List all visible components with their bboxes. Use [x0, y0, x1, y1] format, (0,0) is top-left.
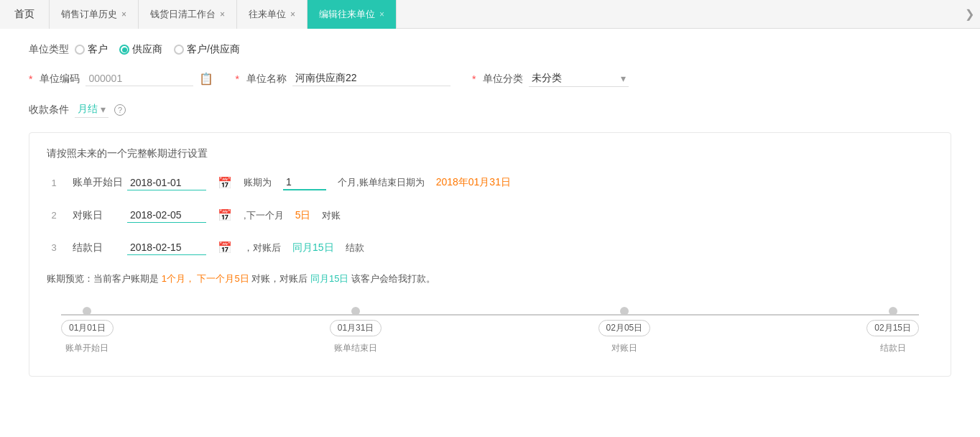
reconcile-prefix: ,下一个月: [244, 209, 284, 222]
radio-customer[interactable]: 客户: [75, 43, 108, 56]
unit-category-value: 未分类: [532, 72, 618, 85]
reconcile-highlight: 5日: [295, 209, 311, 222]
payment-calendar-icon[interactable]: 📅: [218, 241, 232, 254]
preview-reconcile: 下一个月5日: [197, 273, 249, 284]
tab-bar-expand[interactable]: ❯: [965, 7, 980, 21]
payment-terms-label: 收款条件: [29, 104, 69, 116]
end-date-highlight: 2018年01月31日: [436, 176, 511, 189]
radio-supplier-label: 供应商: [132, 43, 162, 56]
payment-terms-value: 月结: [78, 103, 98, 116]
tab-partner-units[interactable]: 往来单位 ×: [237, 0, 308, 29]
payment-terms-select[interactable]: 月结 ▾: [75, 101, 108, 118]
payment-after: 结款: [346, 242, 364, 254]
node-dot-3: [889, 307, 897, 316]
preview-payment: 同月15日: [310, 273, 348, 284]
panel-instruction: 请按照未来的一个完整帐期进行设置: [47, 147, 933, 160]
setting-row-payment-date: 3 结款日 📅 ，对账后 同月15日 结款: [47, 240, 933, 255]
payment-dropdown-icon: ▾: [101, 104, 106, 115]
form-row-unit-type: 单位类型 客户 供应商 客户/供应商: [29, 43, 951, 56]
period-unit: 个月,账单结束日期为: [338, 176, 425, 189]
unit-category-group: * 单位分类 未分类 ▾: [472, 70, 629, 87]
node-dot-0: [83, 307, 91, 316]
row-num-1: 1: [47, 178, 61, 188]
row-num-2: 2: [47, 210, 61, 221]
unit-code-label: 单位编码: [40, 73, 80, 86]
radio-customer-supplier[interactable]: 客户/供应商: [174, 43, 240, 56]
close-icon-cash[interactable]: ×: [220, 9, 225, 19]
start-date-calendar-icon[interactable]: 📅: [218, 176, 232, 190]
start-date-input[interactable]: [127, 175, 206, 190]
reconcile-label: 对账日: [73, 209, 116, 222]
help-icon[interactable]: ?: [114, 104, 126, 116]
start-date-label: 账单开始日: [73, 176, 116, 189]
category-dropdown-icon: ▾: [621, 73, 626, 84]
settings-panel: 请按照未来的一个完整帐期进行设置 1 账单开始日 📅 账期为 个月,账单结束日期…: [29, 132, 951, 377]
payment-suffix: ，对账后: [244, 242, 281, 254]
radio-supplier[interactable]: 供应商: [119, 43, 162, 56]
form-row-payment: 收款条件 月结 ▾ ?: [29, 101, 951, 118]
unit-type-label: 单位类型: [29, 43, 69, 56]
required-star-code: *: [29, 73, 32, 85]
timeline-nodes: 01月01日 账单开始日 01月31日 账单结束日 02月05日 对账日: [61, 307, 919, 354]
reconcile-date-input[interactable]: [127, 208, 206, 223]
radio-customer-supplier-label: 客户/供应商: [187, 43, 240, 56]
unit-code-input[interactable]: [85, 71, 193, 86]
copy-icon[interactable]: 📋: [199, 72, 213, 86]
node-date-0: 01月01日: [61, 320, 114, 336]
required-star-category: *: [472, 73, 476, 85]
radio-group-unit-type: 客户 供应商 客户/供应商: [75, 43, 240, 56]
payment-terms-group: 收款条件 月结 ▾ ?: [29, 101, 126, 118]
radio-circle-customer: [75, 45, 85, 55]
timeline-node-3: 02月15日 结款日: [866, 307, 919, 354]
close-icon-partner[interactable]: ×: [290, 9, 295, 19]
tab-home[interactable]: 首页: [0, 0, 50, 29]
node-label-2: 对账日: [611, 342, 637, 354]
radio-customer-label: 客户: [88, 43, 108, 56]
setting-row-start-date: 1 账单开始日 📅 账期为 个月,账单结束日期为 2018年01月31日: [47, 175, 933, 190]
unit-code-group: * 单位编码 📋: [29, 71, 213, 86]
node-label-3: 结款日: [880, 342, 906, 354]
tab-edit-partner-units[interactable]: 编辑往来单位 ×: [308, 0, 397, 29]
close-icon-edit-partner[interactable]: ×: [379, 9, 384, 19]
close-icon-sales[interactable]: ×: [121, 9, 126, 19]
unit-category-label: 单位分类: [483, 73, 523, 86]
unit-name-label: 单位名称: [246, 73, 287, 86]
timeline-node-1: 01月31日 账单结束日: [330, 307, 382, 354]
unit-name-group: * 单位名称: [235, 71, 450, 86]
timeline-node-2: 02月05日 对账日: [598, 307, 651, 354]
preview-months: 1个月，: [162, 273, 195, 284]
radio-circle-customer-supplier: [174, 45, 184, 55]
row-num-3: 3: [47, 242, 61, 253]
node-date-2: 02月05日: [598, 320, 651, 336]
required-star-name: *: [235, 73, 239, 85]
node-date-1: 01月31日: [330, 320, 382, 336]
node-dot-1: [351, 307, 360, 316]
reconcile-after: 对账: [322, 209, 341, 222]
unit-category-select[interactable]: 未分类 ▾: [529, 70, 629, 87]
unit-type-group: 单位类型 客户 供应商 客户/供应商: [29, 43, 240, 56]
radio-circle-supplier: [119, 45, 129, 55]
form-row-code-name: * 单位编码 📋 * 单位名称 * 单位分类 未分类 ▾: [29, 70, 951, 87]
node-label-0: 账单开始日: [65, 342, 108, 354]
tab-bar: 首页 销售订单历史 × 钱货日清工作台 × 往来单位 × 编辑往来单位 × ❯: [0, 0, 980, 29]
node-date-3: 02月15日: [866, 320, 919, 336]
reconcile-calendar-icon[interactable]: 📅: [218, 208, 232, 222]
preview-text: 账期预览：当前客户账期是 1个月， 下一个月5日 对账，对账后 同月15日 该客…: [47, 272, 933, 285]
node-label-1: 账单结束日: [334, 342, 377, 354]
payment-highlight: 同月15日: [292, 242, 334, 254]
unit-name-input[interactable]: [292, 71, 450, 86]
tab-cash-clearance[interactable]: 钱货日清工作台 ×: [139, 0, 237, 29]
payment-date-label: 结款日: [73, 242, 116, 254]
timeline: 01月01日 账单开始日 01月31日 账单结束日 02月05日 对账日: [47, 300, 933, 362]
payment-date-input[interactable]: [127, 240, 206, 255]
setting-row-reconcile: 2 对账日 📅 ,下一个月 5日 对账: [47, 208, 933, 223]
node-dot-2: [620, 307, 629, 316]
main-content: 单位类型 客户 供应商 客户/供应商: [0, 29, 980, 437]
timeline-node-0: 01月01日 账单开始日: [61, 307, 114, 354]
radio-dot-supplier: [122, 47, 127, 52]
period-input[interactable]: [283, 175, 326, 190]
tab-sales-order-history[interactable]: 销售订单历史 ×: [50, 0, 139, 29]
period-suffix: 账期为: [244, 176, 272, 189]
